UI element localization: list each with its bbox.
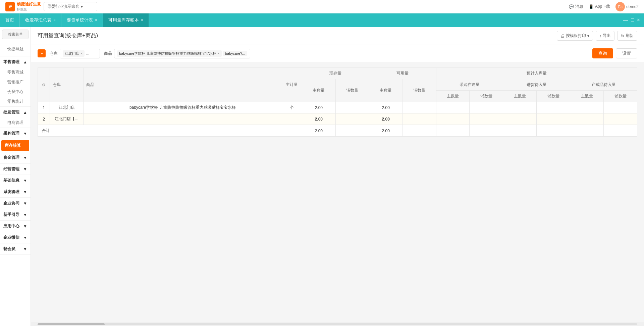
row-1-warehouse: 江北门店 [50,102,84,113]
refresh-btn[interactable]: ↻ 刷新 [617,31,637,41]
expand-btn[interactable]: » [38,49,46,57]
close-btn[interactable]: × [637,17,640,23]
query-btn[interactable]: 查询 [592,48,613,58]
logo-text: 畅捷通好生意 [17,1,41,7]
warehouse-more-dots[interactable]: ... [86,51,89,56]
print-chevron: ▾ [587,34,589,38]
chevron-down-icon: ▾ [81,4,83,9]
logo-sub: 标准版 [17,7,41,12]
row-2-available-main: 2.00 [369,113,402,125]
warehouse-col-header: 仓库 [50,68,84,102]
sidebar-section-member-title[interactable]: 畅会员 ▼ [0,243,31,254]
purchase-chevron: ▼ [23,131,27,136]
user-btn[interactable]: Ea demo2 [615,2,639,11]
product-filter-input[interactable]: babycare学饮杯 儿童防摔防撞吸管杯重力球吸嘴杯宝宝水杯 × babyca… [114,49,250,58]
sidebar-section-guide-title[interactable]: 新手引导 ▼ [0,209,31,220]
sidebar-item-membership[interactable]: 会员中心 [0,87,31,97]
available-main-qty-header: 主数量 [369,79,402,102]
sidebar-item-retail-mall[interactable]: 零售商城 [0,67,31,77]
sidebar-section-collab-title[interactable]: 企业协同 ▼ [0,198,31,209]
minimize-btn[interactable]: — [623,17,628,23]
sidebar-section-apps-title[interactable]: 应用中心 ▼ [0,221,31,232]
tab-available-stock-close[interactable]: × [141,18,143,22]
sidebar-section-finance-title[interactable]: 资金管理 ▼ [0,152,31,163]
sidebar-section-purchase-title[interactable]: 采购管理 ▼ [0,128,31,139]
production-pending-aux-header: 辅数量 [604,91,637,102]
tab-home-label: 首页 [5,17,14,23]
tab-order-stats-close[interactable]: × [95,18,97,22]
product-filter-group: 商品 babycare学饮杯 儿童防摔防撞吸管杯重力球吸嘴杯宝宝水杯 × bab… [104,49,250,58]
sidebar-section-wholesale-title[interactable]: 批发管理 ▲ [0,107,31,118]
sidebar-section-inventory-title[interactable]: 库存核算 [1,140,29,151]
sidebar-section-wechat: 企业微信 ▼ [0,232,31,243]
sidebar-quick-nav: 快捷导航 [0,42,31,56]
print-template-btn[interactable]: 🖨 按模板打印 ▾ [557,31,593,41]
sidebar-section-system-title[interactable]: 系统管理 ▼ [0,186,31,197]
top-bar: 好 畅捷通好生意 标准版 母婴行业演示账套 ▾ 💬 消息 📱 App下载 Ea … [0,0,644,13]
scrollbar-thumb[interactable] [38,323,105,325]
message-btn[interactable]: 💬 消息 [569,4,583,9]
tab-summary-close[interactable]: × [53,18,56,22]
tab-summary-label: 收发存汇总表 [25,17,51,23]
sidebar-section-basics-title[interactable]: 基础信息 ▼ [0,175,31,186]
product-tag-1-close[interactable]: × [217,51,219,55]
sidebar-section-wechat-title[interactable]: 企业微信 ▼ [0,232,31,243]
settings-icon[interactable]: ⚙ [42,83,46,87]
wholesale-chevron: ▲ [23,110,27,115]
finance-label: 资金管理 [3,155,19,160]
basics-chevron: ▼ [23,178,27,183]
warehouse-filter-input[interactable]: 江北门店 × ... [60,49,100,58]
tab-order-stats-label: 要货单统计表 [67,17,93,23]
product-tag-1: babycare学饮杯 儿童防摔防撞吸管杯重力球吸嘴杯宝宝水杯 × [117,50,222,57]
production-pending-header: 产成品待入量 [570,79,637,91]
top-bar-right: 💬 消息 📱 App下载 Ea demo2 [569,2,639,11]
guide-label: 新手引导 [3,212,19,218]
forecast-header: 预计入库量 [436,68,637,79]
table-row: 2 江北门店【... 2.00 2.00 [38,113,637,125]
download-btn[interactable]: 📱 App下载 [589,4,610,9]
inbound-pending-header: 进货待入量 [503,79,570,91]
product-col-header: 商品 [84,68,282,102]
table-header-row-1: ⚙ 仓库 商品 主计量 现存量 可用量 预计入库量 [38,68,637,79]
tab-home[interactable]: 首页 [0,13,20,27]
tab-summary[interactable]: 收发存汇总表 × [20,13,61,27]
setting-btn[interactable]: 设置 [616,48,637,58]
sidebar-search-area: 搜索菜单 [0,27,31,42]
maximize-btn[interactable]: □ [631,17,634,23]
warehouse-filter-group: 仓库 江北门店 × ... [50,49,100,58]
tab-available-stock[interactable]: 可用量库存账本 × [103,13,149,27]
filter-actions: 查询 设置 [592,48,637,58]
export-btn[interactable]: ↑ 导出 [596,31,614,41]
print-icon: 🖨 [560,34,565,38]
sidebar-section-member: 畅会员 ▼ [0,243,31,255]
sidebar-section-basics: 基础信息 ▼ [0,175,31,186]
total-current-aux [335,125,369,137]
row-1-production-main [570,102,604,113]
settings-col-header[interactable]: ⚙ [38,68,50,102]
sidebar-item-retail-stats[interactable]: 零售统计 [0,97,31,106]
logo-text-area: 畅捷通好生意 标准版 [17,1,41,12]
sidebar-section-retail: 零售管理 ▲ 零售商城 营销推广 会员中心 零售统计 [0,56,31,107]
message-label: 消息 [575,4,583,9]
product-tag-1-text: babycare学饮杯 儿童防摔防撞吸管杯重力球吸嘴杯宝宝水杯 [119,51,216,56]
inventory-label: 库存核算 [5,143,21,148]
table-body: 1 江北门店 babycare学饮杯 儿童防摔防撞吸管杯重力球吸嘴杯宝宝水杯 个… [38,102,637,125]
sidebar-quick-nav-item[interactable]: 快捷导航 [0,44,31,54]
sidebar-search-btn[interactable]: 搜索菜单 [2,30,29,39]
scrollbar-track[interactable] [38,323,637,325]
industry-selector[interactable]: 母婴行业演示账套 ▾ [44,2,97,11]
warehouse-tag-close[interactable]: × [80,51,83,55]
export-icon: ↑ [599,34,601,38]
tab-order-stats[interactable]: 要货单统计表 × [61,13,103,27]
sidebar-section-retail-title[interactable]: 零售管理 ▲ [0,56,31,67]
logo-icon: 好 [5,2,15,11]
sidebar-item-ecommerce[interactable]: 电商管理 [0,118,31,128]
sidebar-item-marketing[interactable]: 营销推广 [0,77,31,87]
nav-tabs: 首页 收发存汇总表 × 要货单统计表 × 可用量库存账本 × — □ × [0,13,644,27]
row-1-inbound-main [503,102,537,113]
sidebar-section-operations-title[interactable]: 经营管理 ▼ [0,164,31,175]
purchase-transit-header: 采购在途量 [436,79,503,91]
warehouse-tag: 江北门店 × [63,50,85,57]
row-2-available-aux [402,113,436,125]
collab-label: 企业协同 [3,200,19,206]
